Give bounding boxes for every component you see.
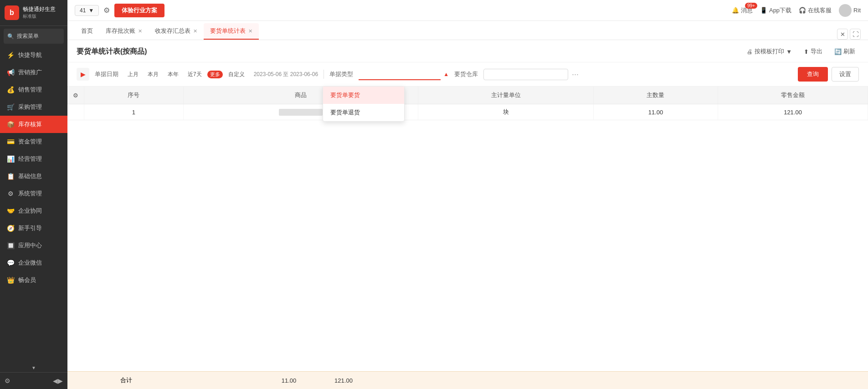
table-footer: 合计 11.00 121.00 (67, 371, 868, 389)
query-btn[interactable]: 查询 (798, 67, 828, 82)
sidebar-nav: ⚡ 快捷导航 📢 营销推广 💰 销售管理 🛒 采购管理 📦 库存核算 💳 资金管… (0, 46, 67, 363)
search-menu-label: 搜索菜单 (17, 32, 39, 40)
page-title: 要货单统计表(按商品) (77, 47, 147, 56)
app-download-btn[interactable]: 📱 App下载 (760, 6, 791, 15)
page-header: 要货单统计表(按商品) 🖨 按模板打印 ▼ ⬆ 导出 🔄 刷新 (67, 40, 868, 62)
phone-icon: 📱 (760, 7, 767, 14)
search-menu[interactable]: 🔍 搜索菜单 (4, 29, 64, 44)
sidebar-item-label: 系统管理 (18, 189, 42, 198)
tab-expand-area: ✕ ⛶ (835, 29, 861, 40)
date-btn-this-year[interactable]: 本年 (164, 69, 182, 80)
company-dropdown-icon: ▼ (88, 7, 94, 14)
sidebar-item-operation[interactable]: 📊 经营管理 (0, 150, 67, 168)
more-filter-icon[interactable]: ··· (572, 70, 579, 79)
sidebar-scroll-down[interactable]: ▼ (0, 363, 67, 372)
sidebar-item-purchase[interactable]: 🛒 采购管理 (0, 98, 67, 116)
export-btn[interactable]: ⬆ 导出 (800, 46, 826, 57)
company-number: 41 (80, 7, 86, 14)
company-select[interactable]: 41 ▼ (75, 5, 99, 16)
th-settings[interactable]: ⚙ (67, 87, 84, 104)
sidebar-item-guide[interactable]: 🧭 新手引导 (0, 220, 67, 237)
tab-close-all-btn[interactable]: ✕ (837, 29, 848, 40)
tabs-bar: 首页 库存批次账 ✕ 收发存汇总表 ✕ 要货单统计表 ✕ ✕ ⛶ (67, 21, 868, 40)
dropdown-item-order-return[interactable]: 要货单退货 (323, 104, 404, 121)
th-unit: 主计量单位 (418, 87, 593, 104)
online-support-btn[interactable]: 🎧 在线客服 (799, 6, 832, 15)
sidebar-item-sales[interactable]: 💰 销售管理 (0, 81, 67, 98)
user-name: Rit (853, 7, 861, 14)
cooperation-icon: 🤝 (6, 207, 15, 215)
print-label: 按模板打印 (755, 47, 784, 56)
sidebar-item-label: 资金管理 (18, 138, 42, 146)
footer-amount: 121.00 (316, 377, 371, 384)
sidebar-item-vip[interactable]: 👑 畅会员 (0, 271, 67, 289)
tab-invoice-summary[interactable]: 收发存汇总表 ✕ (149, 23, 204, 40)
date-btn-custom[interactable]: 自定义 (225, 69, 248, 80)
tab-batch-account-close[interactable]: ✕ (138, 28, 142, 34)
sidebar-item-label: 库存核算 (18, 120, 42, 128)
export-label: 导出 (811, 47, 822, 56)
tab-fullscreen-btn[interactable]: ⛶ (850, 29, 861, 40)
sidebar-item-label: 基础信息 (18, 172, 42, 180)
messages-btn[interactable]: 🔔 消息 99+ (732, 6, 753, 15)
set-btn[interactable]: 设置 (832, 67, 859, 82)
tab-home[interactable]: 首页 (75, 23, 99, 40)
sidebar-logo: b 畅捷通好生意 标准版 (0, 0, 67, 26)
dropdown-item-order-in[interactable]: 要货单要货 (323, 87, 404, 104)
sidebar-item-quick-nav[interactable]: ⚡ 快捷导航 (0, 46, 67, 64)
th-quantity: 主数量 (593, 87, 718, 104)
sidebar-item-label: 企业协同 (18, 207, 42, 215)
user-menu[interactable]: Rit (839, 4, 861, 17)
column-settings-icon[interactable]: ⚙ (73, 92, 78, 99)
basic-info-icon: 📋 (6, 172, 15, 180)
sidebar-item-label: 销售管理 (18, 86, 42, 94)
sidebar-item-label: 经营管理 (18, 155, 42, 163)
warehouse-select-input[interactable] (483, 69, 568, 80)
bell-icon: 🔔 (732, 7, 739, 14)
date-btn-this-month[interactable]: 本月 (144, 69, 162, 80)
print-btn[interactable]: 🖨 按模板打印 ▼ (743, 46, 796, 57)
sidebar-item-basic-info[interactable]: 📋 基础信息 (0, 168, 67, 185)
data-table: ⚙ 序号 商品 主计量单位 主数量 零售金额 1 ██████ ████ 块 (67, 87, 868, 120)
tab-batch-account[interactable]: 库存批次账 ✕ (99, 23, 149, 40)
date-more-badge[interactable]: 更多 (207, 71, 223, 78)
sidebar-item-system[interactable]: ⚙ 系统管理 (0, 185, 67, 202)
sidebar-item-label: 采购管理 (18, 103, 42, 111)
th-no: 序号 (84, 87, 184, 104)
filter-bar: ▶ 单据日期 上月 本月 本年 近7天 更多 自定义 2023-05-06 至 … (67, 62, 868, 87)
app-center-icon: 🔲 (6, 241, 15, 250)
sales-icon: 💰 (6, 86, 15, 94)
sidebar-settings-icon[interactable]: ⚙ (5, 377, 10, 384)
refresh-btn[interactable]: 🔄 刷新 (831, 46, 859, 57)
sidebar-item-enterprise-wechat[interactable]: 💬 企业微信 (0, 254, 67, 271)
tab-order-stats-close[interactable]: ✕ (248, 28, 252, 34)
tab-order-stats[interactable]: 要货单统计表 ✕ (204, 23, 259, 40)
type-select-arrow[interactable]: ▲ (443, 71, 449, 77)
date-btn-last-7-days[interactable]: 近7天 (184, 69, 205, 80)
table-row: 1 ██████ ████ 块 11.00 121.00 (67, 104, 868, 120)
sidebar-collapse-icon[interactable]: ◀▶ (53, 377, 63, 384)
sidebar-item-marketing[interactable]: 📢 营销推广 (0, 64, 67, 81)
headset-icon: 🎧 (799, 7, 806, 14)
sidebar-item-app-center[interactable]: 🔲 应用中心 (0, 237, 67, 254)
sidebar-item-label: 新手引导 (18, 224, 42, 232)
sidebar-item-cooperation[interactable]: 🤝 企业协同 (0, 202, 67, 220)
print-icon: 🖨 (747, 48, 753, 55)
tab-invoice-summary-close[interactable]: ✕ (193, 28, 197, 34)
main-area: 41 ▼ ⚙ 体验行业方案 🔔 消息 99+ 📱 App下载 🎧 在线客服 (67, 0, 868, 389)
tab-invoice-summary-label: 收发存汇总表 (155, 27, 190, 35)
sidebar-item-label: 快捷导航 (18, 51, 42, 59)
brand-name: 畅捷通好生意 (23, 6, 56, 13)
type-select-wrap: ▲ (359, 69, 449, 80)
sidebar-item-inventory[interactable]: 📦 库存核算 (0, 116, 67, 133)
topbar-settings-icon[interactable]: ⚙ (103, 6, 110, 15)
date-btn-last-month[interactable]: 上月 (124, 69, 142, 80)
type-select-input[interactable] (359, 69, 441, 80)
product-name-blurred: ██████ ████ (279, 109, 323, 116)
trial-btn[interactable]: 体验行业方案 (114, 4, 164, 17)
refresh-label: 刷新 (843, 47, 855, 56)
row-amount-cell: 121.00 (718, 104, 868, 120)
filter-expand-btn[interactable]: ▶ (77, 68, 89, 81)
sidebar-item-finance[interactable]: 💳 资金管理 (0, 133, 67, 150)
row-settings-cell (67, 104, 84, 120)
